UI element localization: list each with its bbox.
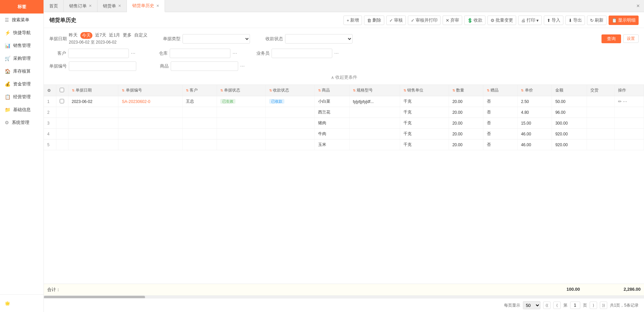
- filter-row-1: 单据日期 昨天 今天 近7天 近1月 更多 自定义 2023-06-02 至 2…: [49, 32, 639, 45]
- sidebar-item-base-info[interactable]: 📁 基础信息: [0, 103, 44, 116]
- tab-sales-order-close[interactable]: ✕: [89, 4, 92, 8]
- col-spec-type[interactable]: ⇅ 规格型号: [349, 85, 400, 96]
- row-checkbox[interactable]: [60, 99, 64, 103]
- customer-dots-btn[interactable]: ···: [131, 51, 135, 56]
- delete-button[interactable]: 🗑 删除: [364, 16, 384, 25]
- payment-status-select[interactable]: [285, 34, 353, 44]
- col-payment-status[interactable]: ⇅ 收款状态: [265, 85, 314, 96]
- col-customer[interactable]: ⇅ 客户: [183, 85, 217, 96]
- next-page-btn[interactable]: ⟩: [590, 302, 597, 309]
- cell-doc-no: [118, 118, 183, 129]
- salesperson-dots-btn[interactable]: ···: [334, 51, 339, 56]
- date-tab-1month[interactable]: 近1月: [109, 32, 120, 39]
- new-button[interactable]: + 新增: [343, 16, 362, 25]
- cell-checkbox: [56, 107, 68, 118]
- batch-change-button[interactable]: ⚙ 批量变更: [487, 16, 516, 25]
- doc-status-badge: 已生效: [220, 99, 235, 104]
- doc-no-label: 单据编号: [49, 63, 67, 69]
- tab-home[interactable]: 首页: [44, 0, 64, 12]
- export-button[interactable]: ⬇ 导出: [565, 16, 585, 25]
- cell-date: 2023-06-02: [68, 96, 118, 107]
- doc-type-select[interactable]: [183, 34, 250, 44]
- sidebar-item-label: 库存核算: [13, 68, 31, 74]
- date-tab-7days[interactable]: 近7天: [95, 32, 106, 39]
- date-tab-more[interactable]: 更多: [123, 32, 132, 39]
- scrollbar-thumb[interactable]: [44, 296, 145, 298]
- more-icon[interactable]: ⋯: [623, 99, 627, 104]
- salesperson-input[interactable]: [272, 49, 332, 58]
- col-date[interactable]: ⇅ 单据日期: [68, 85, 118, 96]
- collapse-button[interactable]: ∧ 收起更条件: [331, 74, 357, 80]
- filter-row-3: 单据编号 商品 ···: [49, 61, 639, 71]
- page-input[interactable]: [570, 302, 580, 309]
- col-unit-price[interactable]: ⇅ 单价: [517, 85, 552, 96]
- horizontal-scrollbar[interactable]: [44, 295, 644, 298]
- select-all-checkbox[interactable]: [60, 88, 64, 92]
- sidebar-item-quick-nav[interactable]: ⚡ 快捷导航: [0, 26, 44, 39]
- print-button[interactable]: 🖨 打印 ▾: [518, 16, 542, 25]
- sidebar-item-operations-mgmt[interactable]: 📋 经营管理: [0, 90, 44, 103]
- sales-icon: 📊: [5, 43, 10, 48]
- import-button[interactable]: ⬆ 导入: [544, 16, 563, 25]
- warehouse-input[interactable]: [170, 49, 230, 58]
- tab-sales-order[interactable]: 销售订单 ✕: [64, 0, 97, 12]
- refresh-button[interactable]: ↻ 刷新: [587, 16, 607, 25]
- operations-icon: 📋: [5, 94, 10, 100]
- cell-unit-price: 2.50: [517, 96, 552, 107]
- sidebar-item-sales-mgmt[interactable]: 📊 销售管理: [0, 39, 44, 52]
- total-quantity: 100.00: [539, 287, 580, 293]
- col-settings[interactable]: ⚙: [44, 85, 56, 96]
- per-page-select[interactable]: 50 100 200: [523, 301, 540, 309]
- product-input[interactable]: [171, 61, 238, 71]
- tab-sales-delivery-label: 销货单: [103, 3, 116, 9]
- tab-sales-delivery-close[interactable]: ✕: [118, 4, 121, 8]
- query-button[interactable]: 查询: [601, 34, 621, 43]
- col-quantity[interactable]: ⇅ 数量: [449, 85, 483, 96]
- show-detail-button[interactable]: 📋 显示明细: [609, 16, 639, 25]
- date-tab-custom[interactable]: 自定义: [134, 32, 147, 39]
- sidebar-bottom-item1[interactable]: 🌟: [0, 297, 44, 309]
- tab-sales-history[interactable]: 销货单历史 ✕: [127, 0, 165, 12]
- col-doc-no[interactable]: ⇅ 单据编号: [118, 85, 183, 96]
- cell-doc-status: [217, 139, 265, 150]
- cell-transaction: [587, 118, 614, 129]
- sidebar-item-system-mgmt[interactable]: ⚙ 系统管理: [0, 116, 44, 129]
- cell-gift: 否: [483, 96, 517, 107]
- audit-print-button[interactable]: ✓ 审核并打印: [408, 16, 441, 25]
- audit-button[interactable]: ✓ 审核: [386, 16, 406, 25]
- sidebar-item-inventory[interactable]: 🏠 库存核算: [0, 65, 44, 78]
- tab-bar-close-all[interactable]: ✕: [632, 3, 644, 8]
- doc-no-link[interactable]: SA-20230602-0: [122, 99, 150, 104]
- filter-settings-button[interactable]: 设置: [623, 34, 639, 43]
- col-gift[interactable]: ⇅ 赠品: [483, 85, 517, 96]
- last-page-btn[interactable]: ⟩⟩: [600, 302, 607, 309]
- col-sales-unit[interactable]: ⇅ 销售单位: [400, 85, 449, 96]
- abandon-button[interactable]: ✕ 弃审: [443, 16, 462, 25]
- cell-doc-no: SA-20230602-0: [118, 96, 183, 107]
- plus-icon: +: [346, 18, 349, 23]
- col-product[interactable]: ⇅ 商品: [314, 85, 349, 96]
- sidebar-item-search-menu[interactable]: ☰ 搜索菜单: [0, 14, 44, 26]
- customer-input[interactable]: [68, 49, 129, 58]
- tab-sales-history-close[interactable]: ✕: [156, 4, 159, 8]
- date-tab-today[interactable]: 今天: [80, 32, 92, 39]
- quick-nav-icon: ⚡: [5, 30, 10, 35]
- edit-icon[interactable]: ✏: [618, 99, 622, 104]
- col-doc-status[interactable]: ⇅ 单据状态: [217, 85, 265, 96]
- product-dots-btn[interactable]: ···: [240, 63, 245, 69]
- cell-doc-no: [118, 107, 183, 118]
- collect-button[interactable]: 💲 收款: [464, 16, 485, 25]
- sidebar-item-purchase-mgmt[interactable]: 🛒 采购管理: [0, 52, 44, 65]
- sidebar-item-finance-mgmt[interactable]: 💰 资金管理: [0, 78, 44, 90]
- sidebar-item-label: 采购管理: [13, 55, 31, 61]
- tab-sales-history-label: 销货单历史: [132, 3, 154, 9]
- warehouse-dots-btn[interactable]: ···: [232, 51, 237, 56]
- doc-no-input[interactable]: [69, 61, 136, 71]
- prev-page-btn[interactable]: ⟨: [553, 302, 561, 309]
- base-info-icon: 📁: [5, 107, 10, 112]
- total-row: 合计： 100.00 2,286.00: [44, 284, 644, 295]
- filter-doc-no: 单据编号: [49, 61, 136, 71]
- date-tab-yesterday[interactable]: 昨天: [69, 32, 78, 39]
- tab-sales-delivery[interactable]: 销货单 ✕: [97, 0, 127, 12]
- first-page-btn[interactable]: ⟨⟨: [543, 302, 551, 309]
